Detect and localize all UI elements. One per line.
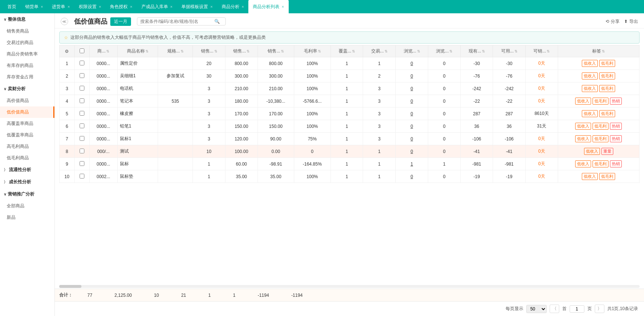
row-name[interactable]: 电话机 xyxy=(118,82,158,95)
export-button[interactable]: ⬆ 导出 xyxy=(624,18,638,25)
nav-purchase-order[interactable]: 进货单 × xyxy=(47,0,74,13)
first-page-button[interactable]: 〈 xyxy=(550,305,559,313)
sidebar-group-sales-analysis[interactable]: ∨ 卖财分析 xyxy=(0,83,54,95)
col-stock[interactable]: 现有...⇅ xyxy=(460,45,493,57)
row-browse1[interactable]: 0 xyxy=(396,145,428,158)
col-gross[interactable]: 毛利率⇅ xyxy=(294,45,331,57)
row-browse1[interactable]: 0 xyxy=(396,82,428,95)
sidebar-item-high-margin[interactable]: 高毛利商品 xyxy=(0,141,54,152)
row-browse1[interactable]: 0 xyxy=(396,57,428,70)
sidebar-collapse-button[interactable]: ≪ xyxy=(61,18,68,25)
row-name[interactable]: 鼠标 xyxy=(118,158,158,170)
row-name[interactable]: 鼠标垫 xyxy=(118,170,158,183)
row-name[interactable]: 测试 xyxy=(118,145,158,158)
sidebar-group-growth[interactable]: 〉 成长性分析 xyxy=(0,176,54,188)
close-icon[interactable]: × xyxy=(67,4,70,9)
nav-inventory[interactable]: 产成品入库单 × xyxy=(137,0,177,13)
close-icon[interactable]: × xyxy=(99,4,101,9)
row-checkbox[interactable] xyxy=(74,145,89,158)
nav-sales-order[interactable]: 销货单 × xyxy=(21,0,47,13)
close-icon[interactable]: × xyxy=(242,4,244,9)
sidebar-item-all-goods[interactable]: 全部商品 xyxy=(0,200,54,212)
search-icon[interactable]: 🔍 xyxy=(214,19,220,24)
col-code[interactable]: 商...⇅ xyxy=(89,45,117,57)
close-icon[interactable]: × xyxy=(130,4,132,9)
row-name[interactable]: 吴细细1 xyxy=(118,70,158,82)
row-checkbox[interactable] xyxy=(74,108,89,120)
nav-roles[interactable]: 角色授权 × xyxy=(105,0,137,13)
col-name[interactable]: 商品名称⇅ xyxy=(118,45,158,57)
scrollbar-thumb[interactable] xyxy=(59,285,81,288)
row-select-checkbox[interactable] xyxy=(80,61,84,65)
col-sale3[interactable]: 销售...⇅ xyxy=(258,45,294,57)
horizontal-scrollbar[interactable] xyxy=(59,285,640,288)
row-checkbox[interactable] xyxy=(74,170,89,183)
row-checkbox[interactable] xyxy=(74,133,89,145)
close-icon[interactable]: × xyxy=(282,4,284,9)
col-sale2[interactable]: 销售...⇅ xyxy=(225,45,258,57)
row-browse1[interactable]: 0 xyxy=(396,108,428,120)
sidebar-item-stock-goods[interactable]: 有库存的商品 xyxy=(0,60,54,71)
sidebar-item-traded-goods[interactable]: 交易过的商品 xyxy=(0,37,54,48)
row-browse1[interactable]: 0 xyxy=(396,95,428,108)
sidebar-item-stock-capital[interactable]: 库存资金占用 xyxy=(0,71,54,83)
col-trade[interactable]: 交易...⇅ xyxy=(363,45,396,57)
row-select-checkbox[interactable] xyxy=(80,86,84,91)
page-number-input[interactable] xyxy=(570,305,584,313)
row-checkbox[interactable] xyxy=(74,158,89,170)
row-select-checkbox[interactable] xyxy=(80,161,84,166)
search-input[interactable] xyxy=(140,19,214,24)
close-icon[interactable]: × xyxy=(170,4,172,9)
time-filter-button[interactable]: 近一月 xyxy=(110,17,131,26)
nav-goods-analysis-list[interactable]: 商品分析列表 × xyxy=(248,0,288,13)
row-browse1[interactable]: 1 xyxy=(396,158,428,170)
sidebar-item-low-margin[interactable]: 低毛利商品 xyxy=(0,152,54,164)
row-select-checkbox[interactable] xyxy=(80,136,84,141)
col-salable[interactable]: 可销...⇅ xyxy=(526,45,558,57)
row-name[interactable]: 铅笔1 xyxy=(118,120,158,133)
row-select-checkbox[interactable] xyxy=(80,149,84,153)
row-checkbox[interactable] xyxy=(74,57,89,70)
row-checkbox[interactable] xyxy=(74,70,89,82)
sidebar-item-new-goods[interactable]: 新品 xyxy=(0,212,54,223)
row-name[interactable]: 橡皮擦 xyxy=(118,108,158,120)
row-select-checkbox[interactable] xyxy=(80,73,84,78)
nav-goods-analysis[interactable]: 商品分析 × xyxy=(217,0,248,13)
sidebar-item-low-coverage[interactable]: 低覆盖率商品 xyxy=(0,129,54,141)
row-select-checkbox[interactable] xyxy=(80,123,84,128)
row-select-checkbox[interactable] xyxy=(80,111,84,116)
col-coverage[interactable]: 覆盖...⇅ xyxy=(331,45,363,57)
next-page-button[interactable]: 〉 xyxy=(595,305,604,313)
row-select-checkbox[interactable] xyxy=(80,174,84,179)
col-spec[interactable]: 规格...⇅ xyxy=(158,45,193,57)
sidebar-item-sales-goods[interactable]: 销售类商品 xyxy=(0,26,54,37)
sidebar-item-high-coverage[interactable]: 高覆盖率商品 xyxy=(0,118,54,129)
close-icon[interactable]: × xyxy=(210,4,212,9)
row-checkbox[interactable] xyxy=(74,82,89,95)
close-icon[interactable]: × xyxy=(41,4,43,9)
row-name[interactable]: 鼠标1 xyxy=(118,133,158,145)
sidebar-group-overall[interactable]: ∨ 整体信息 xyxy=(0,13,54,26)
sidebar-item-low-value[interactable]: 低价值商品 xyxy=(0,106,54,118)
sidebar-group-marketing[interactable]: ∨ 营销推广分析 xyxy=(0,188,54,200)
row-select-checkbox[interactable] xyxy=(80,98,84,103)
row-name[interactable]: 笔记本 xyxy=(118,95,158,108)
row-name[interactable]: 属性定价 xyxy=(118,57,158,70)
per-page-select[interactable]: 50 100 200 xyxy=(526,305,547,313)
col-browse2[interactable]: 浏览...⇅ xyxy=(428,45,460,57)
col-sale1[interactable]: 销售...⇅ xyxy=(193,45,225,57)
row-browse1[interactable]: 0 xyxy=(396,70,428,82)
row-browse1[interactable]: 0 xyxy=(396,170,428,183)
row-checkbox[interactable] xyxy=(74,95,89,108)
nav-template[interactable]: 单据模板设置 × xyxy=(177,0,217,13)
share-button[interactable]: ⟲ 分享 xyxy=(606,18,620,25)
col-browse1[interactable]: 浏览...⇅ xyxy=(396,45,428,57)
sidebar-item-high-value[interactable]: 高价值商品 xyxy=(0,95,54,106)
sidebar-item-category-rate[interactable]: 商品分类销售率 xyxy=(0,48,54,60)
nav-home[interactable]: 首页 xyxy=(3,0,21,13)
col-settings[interactable]: ⚙ xyxy=(60,45,75,57)
col-tags[interactable]: 标签⇅ xyxy=(558,45,639,57)
select-all-checkbox[interactable] xyxy=(80,48,84,53)
col-avail[interactable]: 可用...⇅ xyxy=(493,45,526,57)
sidebar-group-liquidity[interactable]: 〉 流通性分析 xyxy=(0,164,54,176)
